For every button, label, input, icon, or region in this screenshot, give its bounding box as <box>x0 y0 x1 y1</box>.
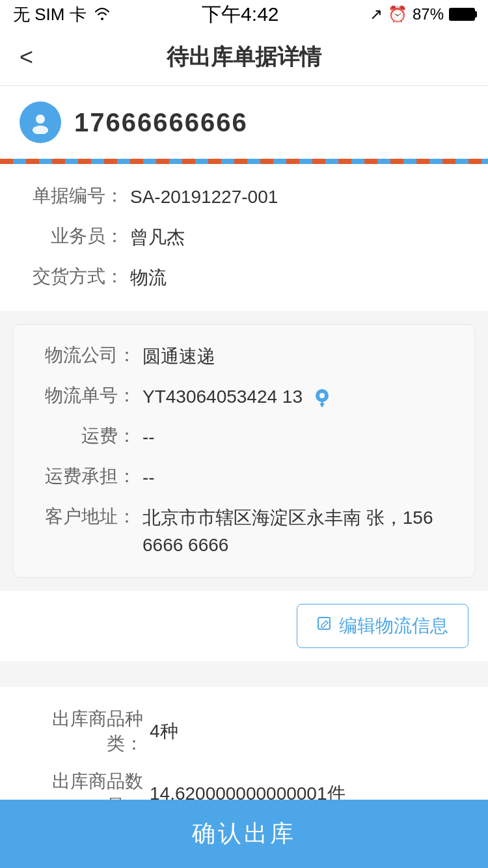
delivery-value: 物流 <box>124 264 468 292</box>
confirm-outbound-button[interactable]: 确认出库 <box>0 818 488 850</box>
edit-logistics-button[interactable]: 编辑物流信息 <box>297 604 468 648</box>
address-row: 客户地址： 北京市市辖区海淀区永丰南 张，156 6666 6666 <box>32 504 456 559</box>
section-divider <box>0 674 488 687</box>
document-number-row: 单据编号： SA-20191227-001 <box>20 183 468 211</box>
document-number-value: SA-20191227-001 <box>124 183 468 211</box>
alarm-icon: ⏰ <box>388 5 407 23</box>
status-left: 无 SIM 卡 <box>13 3 111 26</box>
status-bar: 无 SIM 卡 下午4:42 ↗ ⏰ 87% <box>0 0 488 29</box>
freight-bear-row: 运费承担： -- <box>32 464 456 491</box>
logistics-company-row: 物流公司： 圆通速递 <box>32 343 456 370</box>
document-number-label: 单据编号： <box>20 183 124 208</box>
location-status-icon: ↗ <box>370 5 383 23</box>
salesman-label: 业务员： <box>20 224 124 249</box>
logistics-tracking-row: 物流单号： YT43064053424 13 <box>32 383 456 411</box>
goods-types-row: 出库商品种类： 4种 <box>20 707 468 756</box>
edit-logistics-label: 编辑物流信息 <box>339 614 448 638</box>
logistics-tracking-label: 物流单号： <box>32 383 136 408</box>
delivery-row: 交货方式： 物流 <box>20 264 468 292</box>
address-label: 客户地址： <box>32 504 136 529</box>
map-location-icon[interactable] <box>310 385 334 409</box>
page-title: 待出库单据详情 <box>167 42 321 72</box>
status-time: 下午4:42 <box>202 1 278 28</box>
customer-phone: 17666666666 <box>74 108 248 137</box>
address-value: 北京市市辖区海淀区永丰南 张，156 6666 6666 <box>136 504 456 559</box>
wifi-icon <box>93 5 111 25</box>
freight-bear-label: 运费承担： <box>32 464 136 489</box>
svg-point-3 <box>319 393 325 398</box>
avatar <box>20 102 61 143</box>
freight-row: 运费： -- <box>32 424 456 451</box>
goods-types-value: 4种 <box>143 719 178 744</box>
logistics-company-value: 圆通速递 <box>136 343 456 370</box>
freight-value: -- <box>136 424 456 451</box>
salesman-value: 曾凡杰 <box>124 224 468 251</box>
goods-types-label: 出库商品种类： <box>20 707 143 756</box>
dashed-divider <box>0 159 488 164</box>
confirm-btn-wrap: 确认出库 <box>0 800 488 868</box>
svg-marker-4 <box>319 403 325 407</box>
freight-bear-value: -- <box>136 464 456 491</box>
freight-label: 运费： <box>32 424 136 448</box>
carrier-text: 无 SIM 卡 <box>13 3 87 26</box>
battery-icon <box>449 8 475 21</box>
customer-header: 17666666666 <box>0 86 488 159</box>
back-button[interactable]: < <box>20 44 33 71</box>
logistics-company-label: 物流公司： <box>32 343 136 368</box>
status-right: ↗ ⏰ 87% <box>370 5 475 23</box>
logistics-tracking-value: YT43064053424 13 <box>136 383 456 411</box>
salesman-row: 业务员： 曾凡杰 <box>20 224 468 251</box>
edit-icon <box>317 616 332 636</box>
svg-point-1 <box>33 126 48 134</box>
document-info-section: 单据编号： SA-20191227-001 业务员： 曾凡杰 交货方式： 物流 <box>0 164 488 311</box>
svg-point-0 <box>36 115 45 124</box>
delivery-label: 交货方式： <box>20 264 124 289</box>
logistics-card: 物流公司： 圆通速递 物流单号： YT43064053424 13 运费： --… <box>13 324 475 578</box>
battery-text: 87% <box>413 5 444 23</box>
nav-bar: < 待出库单据详情 <box>0 29 488 86</box>
edit-btn-wrap: 编辑物流信息 <box>0 591 488 661</box>
